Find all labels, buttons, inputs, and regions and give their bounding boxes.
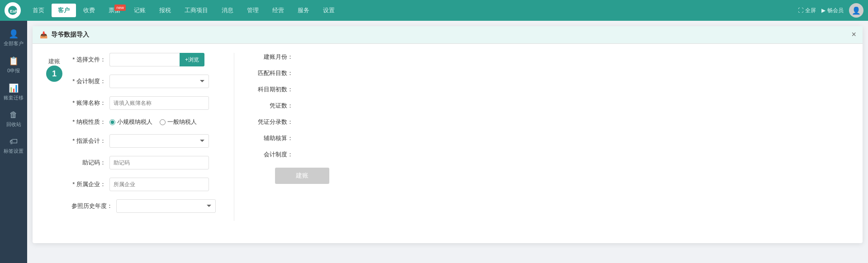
ledger-name-input[interactable]	[109, 96, 209, 110]
dialog-title: 导爷数据导入	[51, 31, 89, 39]
file-input[interactable]	[109, 53, 180, 66]
member-btn[interactable]: ▶ 畅会员	[821, 7, 844, 14]
fullscreen-btn[interactable]: ⛶ 全屏	[798, 7, 816, 14]
nav-customers[interactable]: 客户	[52, 4, 76, 17]
tax-nature-label: * 纳税性质：	[70, 118, 106, 126]
accounting-system-select[interactable]	[109, 75, 209, 88]
info-accounting-row: 会计制度：	[252, 150, 352, 159]
sidebar-item-recycle[interactable]: 🗑 回收站	[0, 107, 27, 132]
step-circle: 1	[46, 66, 62, 82]
company-input[interactable]	[109, 178, 209, 191]
dialog-body: 建账 1 * 选择文件： +浏览	[33, 44, 863, 230]
memo-input[interactable]	[109, 156, 209, 169]
tax-nature-row: * 纳税性质： 小规模纳税人 一般纳税人	[70, 118, 216, 126]
nav-messages[interactable]: 消息	[215, 4, 240, 17]
step-section: 建账 1 * 选择文件： +浏览	[46, 53, 216, 221]
avatar[interactable]: 👤	[849, 3, 863, 18]
tax-small-radio[interactable]	[109, 119, 115, 125]
svg-text:EaRP: EaRP	[10, 9, 18, 14]
content-area: 📥 导爷数据导入 × 建账 1 * 选择文件：	[27, 21, 868, 263]
info-aux-row: 辅助核算：	[252, 134, 352, 142]
info-voucher-label: 凭证数：	[252, 102, 293, 110]
all-customers-icon: 👤	[9, 29, 19, 39]
sidebar-item-all-customers[interactable]: 👤 全部客户	[0, 25, 27, 51]
assign-accountant-label: * 指派会计：	[70, 137, 106, 145]
nav-operations[interactable]: 经营	[266, 4, 290, 17]
member-icon: ▶	[821, 7, 825, 14]
fullscreen-icon: ⛶	[798, 7, 803, 14]
browse-button[interactable]: +浏览	[180, 53, 204, 66]
import-dialog: 📥 导爷数据导入 × 建账 1 * 选择文件：	[33, 26, 863, 243]
info-period-label: 科目期初数：	[252, 85, 293, 94]
nav-home[interactable]: 首页	[26, 4, 51, 17]
info-period-row: 科目期初数：	[252, 85, 352, 94]
info-aux-label: 辅助核算：	[252, 134, 293, 142]
file-label: * 选择文件：	[70, 56, 106, 64]
memo-label: 助记码：	[70, 159, 106, 167]
dialog-header: 📥 导爷数据导入	[33, 26, 863, 44]
form-section: * 选择文件： +浏览 * 会计制度：	[70, 53, 216, 221]
app-logo: EaRP	[5, 2, 21, 19]
migration-icon: 📊	[9, 83, 19, 93]
close-button[interactable]: ×	[851, 30, 856, 39]
info-accounting-label: 会计制度：	[252, 150, 293, 159]
nav-business[interactable]: 工商项目	[178, 4, 214, 17]
nav-invoices[interactable]: 票据 new	[102, 4, 127, 17]
nav-bookkeeping[interactable]: 记账	[128, 4, 152, 17]
memo-row: 助记码：	[70, 156, 216, 169]
nav-items: 首页 客户 收费 票据 new 记账 报税 工商项目 消息 管理 经营 服务 设…	[26, 4, 798, 17]
tax-general-option[interactable]: 一般纳税人	[160, 118, 197, 126]
nav-settings[interactable]: 设置	[317, 4, 341, 17]
sidebar-item-tags[interactable]: 🏷 标签设置	[0, 133, 27, 158]
new-badge: new	[114, 5, 126, 11]
info-voucher-entries-row: 凭证分录数：	[252, 118, 352, 126]
step-label: 建账	[48, 57, 60, 66]
history-year-select[interactable]	[116, 199, 216, 213]
info-voucher-entries-label: 凭证分录数：	[252, 118, 293, 126]
info-match-label: 匹配科目数：	[252, 69, 293, 77]
sidebar: 👤 全部客户 📋 0申报 📊 账套迁移 🗑 回收站 🏷 标签设置	[0, 21, 27, 263]
history-year-row: 参照历史年度：	[70, 199, 216, 213]
file-row: * 选择文件： +浏览	[70, 53, 216, 66]
top-navigation: EaRP 首页 客户 收费 票据 new 记账 报税 工商项目 消息 管理 经营…	[0, 0, 868, 21]
info-match-row: 匹配科目数：	[252, 69, 352, 77]
history-year-label: 参照历史年度：	[70, 202, 113, 210]
accounting-system-row: * 会计制度：	[70, 75, 216, 88]
tags-icon: 🏷	[9, 137, 18, 146]
build-btn-wrap: 建账	[252, 168, 352, 184]
section-divider	[234, 53, 234, 221]
file-input-group: +浏览	[109, 53, 204, 66]
info-voucher-row: 凭证数：	[252, 102, 352, 110]
build-account-button[interactable]: 建账	[275, 168, 329, 184]
topnav-right: ⛶ 全屏 ▶ 畅会员 👤	[798, 3, 863, 18]
company-label: * 所属企业：	[70, 180, 106, 188]
assign-accountant-select[interactable]	[109, 134, 209, 148]
main-layout: 👤 全部客户 📋 0申报 📊 账套迁移 🗑 回收站 🏷 标签设置 📥 导爷数据导…	[0, 21, 868, 263]
info-section: 建账月份： 匹配科目数： 科目期初数： 凭证数：	[252, 53, 352, 221]
info-month-row: 建账月份：	[252, 53, 352, 61]
ledger-name-label: * 账簿名称：	[70, 99, 106, 107]
recycle-icon: 🗑	[9, 110, 18, 120]
accounting-system-label: * 会计制度：	[70, 77, 106, 85]
sidebar-item-declaration[interactable]: 📋 0申报	[0, 52, 27, 78]
info-month-label: 建账月份：	[252, 53, 293, 61]
nav-tax[interactable]: 报税	[153, 4, 177, 17]
sidebar-item-migration[interactable]: 📊 账套迁移	[0, 80, 27, 105]
nav-fees[interactable]: 收费	[77, 4, 101, 17]
tax-general-radio[interactable]	[160, 119, 166, 125]
import-icon: 📥	[40, 31, 47, 38]
tax-small-option[interactable]: 小规模纳税人	[109, 118, 152, 126]
nav-services[interactable]: 服务	[291, 4, 316, 17]
declaration-icon: 📋	[9, 56, 19, 66]
nav-management[interactable]: 管理	[241, 4, 265, 17]
company-row: * 所属企业：	[70, 178, 216, 191]
assign-accountant-row: * 指派会计：	[70, 134, 216, 148]
ledger-name-row: * 账簿名称：	[70, 96, 216, 110]
tax-nature-radio-group: 小规模纳税人 一般纳税人	[109, 118, 197, 126]
